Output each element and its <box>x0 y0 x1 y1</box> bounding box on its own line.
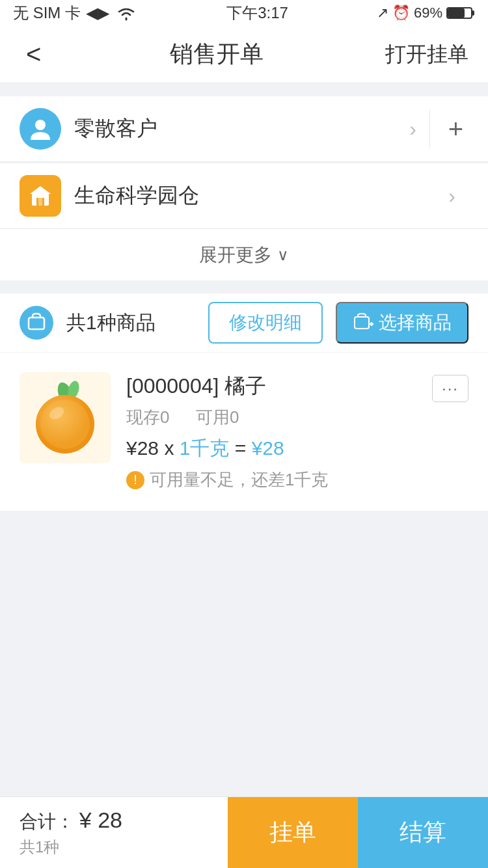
more-options-button[interactable]: ··· <box>432 375 468 402</box>
product-image <box>20 372 111 463</box>
battery-text: 69% <box>414 5 442 21</box>
open-hang-button[interactable]: 打开挂单 <box>385 40 468 69</box>
unit-price: ¥28 <box>126 437 159 459</box>
expand-down-icon: ∨ <box>277 246 289 264</box>
thin-divider <box>0 161 488 162</box>
select-product-button[interactable]: 选择商品 <box>336 302 468 344</box>
product-title-cn: 橘子 <box>224 374 266 398</box>
footer-total: 合计： ¥ 28 共1种 <box>0 807 228 858</box>
product-warning: ! 可用量不足，还差1千克 <box>126 468 416 491</box>
svg-rect-9 <box>355 317 369 329</box>
empty-content-area <box>0 511 488 784</box>
status-right: ↗ ⏰ 69% <box>377 5 475 21</box>
svg-marker-5 <box>30 186 51 194</box>
warehouse-name: 生命科学园仓 <box>74 182 448 210</box>
modify-detail-button[interactable]: 修改明细 <box>208 302 323 344</box>
product-section: 共1种商品 修改明细 选择商品 <box>0 293 488 511</box>
total-row: 合计： ¥ 28 <box>20 807 208 834</box>
total-price: ¥28 <box>252 437 284 459</box>
person-icon <box>28 116 53 141</box>
battery-icon <box>446 6 475 20</box>
wifi-signal-icon <box>115 4 138 22</box>
select-product-label: 选择商品 <box>379 310 452 335</box>
stock-current: 现存0 <box>126 407 169 427</box>
svg-point-3 <box>35 120 46 130</box>
product-item: [0000004] 橘子 现存0 可用0 ¥28 x 1千克 = ¥28 ! 可… <box>0 352 488 511</box>
product-count-text: 共1种商品 <box>66 310 195 336</box>
page-title: 销售开单 <box>170 38 264 70</box>
hang-button[interactable]: 挂单 <box>228 797 358 869</box>
checkout-button[interactable]: 结算 <box>358 797 488 869</box>
building-icon <box>28 183 53 208</box>
back-button[interactable]: < <box>20 33 47 75</box>
add-to-cart-icon <box>353 312 373 333</box>
footer: 合计： ¥ 28 共1种 挂单 结算 <box>0 796 488 868</box>
multiply-sign: x <box>164 437 179 459</box>
orange-fruit-image <box>23 375 107 460</box>
product-price: ¥28 x 1千克 = ¥28 <box>126 435 416 462</box>
customer-row[interactable]: 零散客户 › + <box>0 96 488 161</box>
equals-sign: = <box>235 437 252 459</box>
customer-avatar <box>20 108 61 150</box>
svg-rect-7 <box>38 198 42 206</box>
cart-icon <box>26 312 47 333</box>
total-count: 共1种 <box>20 837 208 858</box>
product-name: [0000004] 橘子 <box>126 372 416 401</box>
location-icon: ↗ <box>377 5 388 21</box>
status-left: 无 SIM 卡 ◀▶ <box>13 3 138 23</box>
status-time: 下午3:17 <box>226 3 288 23</box>
stock-spacer <box>174 407 191 427</box>
warehouse-chevron-icon: › <box>448 184 455 208</box>
customer-chevron-icon: › <box>409 117 416 141</box>
total-label: 合计： <box>20 811 74 832</box>
product-stock: 现存0 可用0 <box>126 406 416 429</box>
product-count-icon <box>20 306 53 340</box>
svg-rect-1 <box>472 10 474 16</box>
expand-more-button[interactable]: 展开更多 ∨ <box>0 228 488 280</box>
quantity: 1千克 <box>180 437 230 459</box>
status-bar: 无 SIM 卡 ◀▶ 下午3:17 ↗ ⏰ 69% <box>0 0 488 26</box>
wifi-icon: ◀▶ <box>86 4 109 22</box>
expand-more-label: 展开更多 <box>199 243 272 267</box>
total-amount: ¥ 28 <box>79 807 122 832</box>
warehouse-icon <box>20 175 61 217</box>
warning-icon: ! <box>126 471 144 489</box>
add-customer-button[interactable]: + <box>429 109 468 148</box>
svg-rect-2 <box>448 8 465 18</box>
warehouse-row[interactable]: 生命科学园仓 › <box>0 163 488 228</box>
svg-point-16 <box>40 400 90 449</box>
product-header: 共1种商品 修改明细 选择商品 <box>0 293 488 352</box>
nav-bar: < 销售开单 打开挂单 <box>0 26 488 83</box>
svg-rect-8 <box>29 318 44 329</box>
stock-available: 可用0 <box>196 407 239 427</box>
warning-text: 可用量不足，还差1千克 <box>150 468 328 491</box>
product-id: [0000004] <box>126 374 219 398</box>
product-info: [0000004] 橘子 现存0 可用0 ¥28 x 1千克 = ¥28 ! 可… <box>126 372 416 491</box>
product-more-area: ··· <box>432 372 468 491</box>
section-divider-1 <box>0 83 488 96</box>
sim-text: 无 SIM 卡 <box>13 3 81 23</box>
alarm-icon: ⏰ <box>392 5 410 21</box>
customer-name: 零散客户 <box>74 115 409 143</box>
